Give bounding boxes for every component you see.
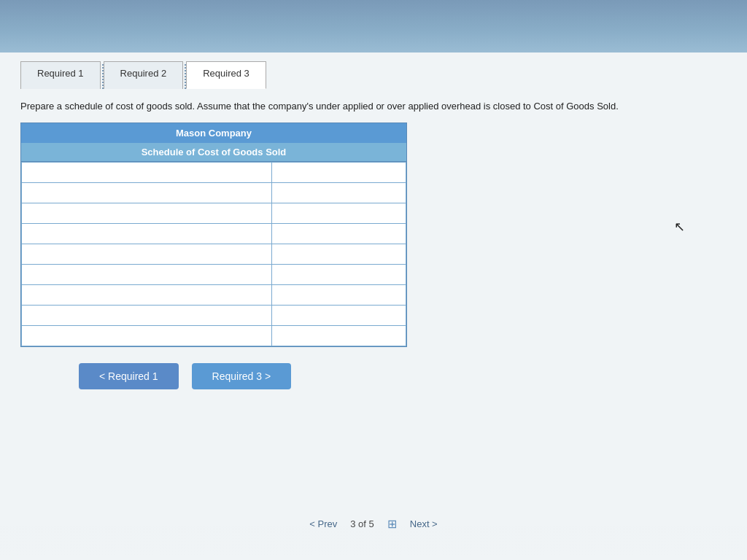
row-value-7[interactable] xyxy=(271,305,406,325)
schedule-table xyxy=(21,162,406,346)
row-label-7[interactable] xyxy=(22,305,272,325)
prev-page-link[interactable]: < Prev xyxy=(309,518,337,529)
row-value-5[interactable] xyxy=(271,264,406,284)
prev-required-button[interactable]: < Required 1 xyxy=(79,363,179,389)
row-value-8[interactable] xyxy=(271,325,406,346)
nav-buttons: < Required 1 Required 3 > xyxy=(79,363,727,389)
table-row xyxy=(22,244,406,264)
tab-required1[interactable]: Required 1 xyxy=(20,61,101,89)
row-label-1[interactable] xyxy=(22,182,272,203)
row-value-4[interactable] xyxy=(271,244,406,264)
row-value-3[interactable] xyxy=(271,223,406,244)
tab-required2[interactable]: Required 2 xyxy=(104,61,184,89)
table-row xyxy=(22,325,406,346)
row-label-3[interactable] xyxy=(22,223,272,244)
row-label-6[interactable] xyxy=(22,284,272,305)
row-value-1[interactable] xyxy=(271,182,406,203)
table-row xyxy=(22,223,406,244)
row-label-0[interactable] xyxy=(22,162,272,182)
row-value-2[interactable] xyxy=(271,203,406,223)
next-page-link[interactable]: Next > xyxy=(410,518,438,529)
table-row xyxy=(22,284,406,305)
row-value-0[interactable] xyxy=(271,162,406,182)
table-title-header: Schedule of Cost of Goods Sold xyxy=(21,143,406,162)
row-label-4[interactable] xyxy=(22,244,272,264)
table-row xyxy=(22,305,406,325)
instruction-text: Prepare a schedule of cost of goods sold… xyxy=(20,99,727,114)
next-required-button[interactable]: Required 3 > xyxy=(192,363,292,389)
schedule-table-wrapper: Mason Company Schedule of Cost of Goods … xyxy=(20,122,407,347)
table-row xyxy=(22,203,406,223)
table-company-header: Mason Company xyxy=(21,123,406,143)
row-label-2[interactable] xyxy=(22,203,272,223)
content-area: Required 1 Required 2 Required 3 Prepare… xyxy=(0,52,747,526)
tab-required3[interactable]: Required 3 xyxy=(186,61,266,89)
page-info: 3 of 5 xyxy=(350,518,374,529)
bottom-pagination: < Prev 3 of 5 ⊞ Next > xyxy=(309,517,437,531)
grid-icon[interactable]: ⊞ xyxy=(387,517,397,531)
tabs-container: Required 1 Required 2 Required 3 xyxy=(20,52,727,89)
table-row xyxy=(22,182,406,203)
table-row xyxy=(22,264,406,284)
screen-bezel: Required 1 Required 2 Required 3 Prepare… xyxy=(0,0,747,560)
top-bar xyxy=(0,0,747,52)
row-label-5[interactable] xyxy=(22,264,272,284)
table-row xyxy=(22,162,406,182)
row-label-8[interactable] xyxy=(22,325,272,346)
row-value-6[interactable] xyxy=(271,284,406,305)
